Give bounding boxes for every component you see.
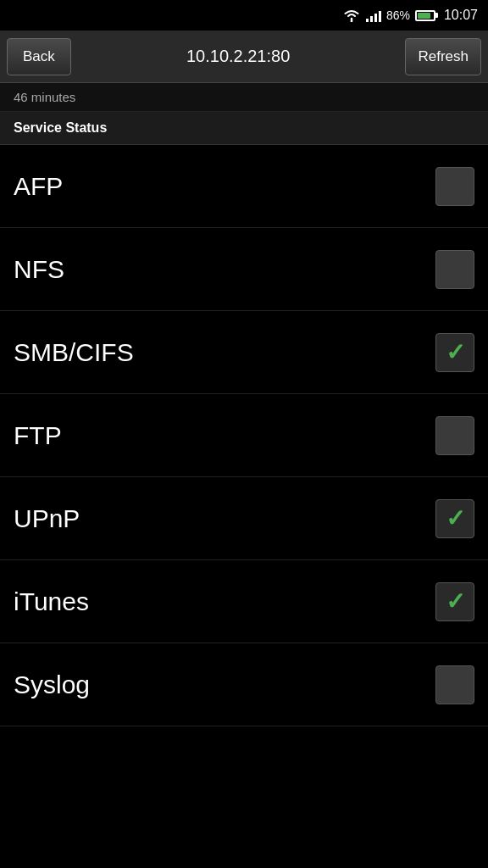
service-item-afp[interactable]: AFP [0,145,488,228]
battery-percent: 86% [386,8,410,22]
service-item-itunes[interactable]: iTunes✓ [0,560,488,643]
service-label-syslog: Syslog [14,670,90,699]
service-checkbox-upnp[interactable]: ✓ [435,499,474,538]
service-item-upnp[interactable]: UPnP✓ [0,477,488,560]
subtitle-text: 46 minutes [14,90,75,104]
service-item-nfs[interactable]: NFS [0,228,488,311]
service-checkbox-nfs[interactable] [435,250,474,289]
service-label-nfs: NFS [14,255,64,284]
back-button[interactable]: Back [7,38,71,75]
nav-title: 10.10.2.21:80 [71,47,406,66]
service-item-smbcifs[interactable]: SMB/CIFS✓ [0,311,488,394]
service-label-upnp: UPnP [14,504,80,533]
service-checkbox-smbcifs[interactable]: ✓ [435,333,474,372]
checkmark-icon: ✓ [446,507,465,531]
signal-icon [366,8,381,22]
service-label-smbcifs: SMB/CIFS [14,338,134,367]
service-checkbox-afp[interactable] [435,167,474,206]
service-checkbox-itunes[interactable]: ✓ [435,582,474,621]
status-time: 10:07 [444,8,478,23]
service-list: AFPNFSSMB/CIFS✓FTPUPnP✓iTunes✓Syslog [0,145,488,726]
checkmark-icon: ✓ [446,341,465,364]
service-label-ftp: FTP [14,421,62,450]
wifi-icon [342,8,361,22]
service-item-syslog[interactable]: Syslog [0,643,488,726]
service-label-afp: AFP [14,172,63,201]
refresh-button[interactable]: Refresh [405,38,481,75]
nav-bar: Back 10.10.2.21:80 Refresh [0,31,488,83]
battery-icon [415,10,435,21]
section-header: Service Status [0,112,488,145]
service-checkbox-syslog[interactable] [435,665,474,704]
section-header-label: Service Status [14,120,107,135]
service-checkbox-ftp[interactable] [435,416,474,455]
status-bar: 86% 10:07 [0,0,488,31]
service-item-ftp[interactable]: FTP [0,394,488,477]
service-label-itunes: iTunes [14,587,89,616]
subtitle-row: 46 minutes [0,83,488,112]
status-icons: 86% 10:07 [342,8,478,23]
checkmark-icon: ✓ [446,590,465,614]
